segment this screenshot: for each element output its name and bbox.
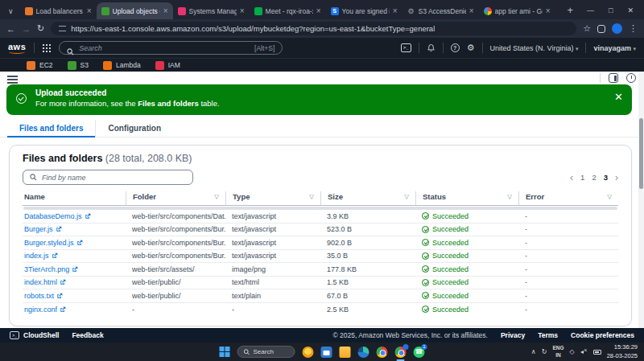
start-button[interactable]	[220, 347, 230, 357]
tab-close-icon[interactable]: ×	[240, 6, 245, 15]
favorite-service-ec2[interactable]: EC2	[27, 61, 53, 70]
file-explorer-icon[interactable]	[340, 347, 351, 358]
reload-icon[interactable]: ↻	[37, 23, 44, 34]
col-folder[interactable]: Folder▽	[126, 191, 225, 205]
tab-search-chevron-icon[interactable]: ∨	[5, 7, 20, 19]
page-scrollbar[interactable]	[638, 72, 644, 328]
url-bar[interactable]: https://us-east-1.console.aws.amazon.com…	[51, 22, 576, 35]
file-name-link[interactable]: index.html	[23, 278, 126, 286]
tab-configuration[interactable]: Configuration	[95, 120, 173, 137]
tab-label: Systems Manager | u	[189, 7, 237, 15]
footer-link-terms[interactable]: Terms	[538, 331, 558, 339]
tab-files-and-folders[interactable]: Files and folders	[7, 120, 95, 137]
prev-page-icon[interactable]: ‹	[570, 172, 573, 183]
col-size[interactable]: Size▽	[320, 191, 415, 205]
back-icon[interactable]: ←	[6, 24, 15, 34]
page-2[interactable]: 2	[592, 173, 596, 182]
sort-icon[interactable]: ▽	[607, 193, 612, 200]
maximize-button[interactable]: □	[601, 6, 620, 19]
feedback-button[interactable]: Feedback	[72, 331, 103, 339]
close-button[interactable]: ✕	[620, 6, 641, 19]
sort-icon[interactable]: ▽	[404, 193, 409, 200]
banner-close-icon[interactable]: ✕	[614, 92, 623, 102]
browser-tab[interactable]: Systems Manager | u×	[173, 2, 250, 19]
tab-close-icon[interactable]: ×	[469, 6, 474, 15]
service-icon	[155, 61, 164, 70]
filter-input-wrap	[23, 170, 193, 185]
file-name-link[interactable]: 3TierArch.png	[23, 265, 126, 273]
sync-icon[interactable]: ↻	[542, 348, 547, 355]
help-icon[interactable]: ?	[451, 43, 460, 52]
aws-logo[interactable]: aws	[8, 42, 26, 54]
file-name-link[interactable]: index.js	[23, 252, 126, 260]
browser-menu-icon[interactable]: ⋮	[629, 23, 638, 34]
page-3-current[interactable]: 3	[604, 173, 608, 182]
browser-tab[interactable]: app tier ami - Googl×	[479, 2, 555, 19]
extensions-icon[interactable]	[597, 25, 605, 33]
tab-close-icon[interactable]: ×	[546, 6, 551, 15]
sort-icon[interactable]: ▽	[214, 193, 219, 200]
forward-icon[interactable]: →	[22, 24, 31, 34]
microsoft-store-icon[interactable]	[321, 347, 332, 358]
console-search-input[interactable]: Search [Alt+S]	[59, 41, 283, 55]
services-grid-icon[interactable]	[43, 44, 51, 52]
settings-gear-icon[interactable]: ⚙	[467, 43, 475, 52]
browser-tab[interactable]: Upload objects - S3 |×	[97, 2, 173, 19]
notifications-bell-icon[interactable]	[427, 43, 436, 52]
favorite-service-lambda[interactable]: Lambda	[103, 61, 141, 70]
footer-link-cookie-preferences[interactable]: Cookie preferences	[571, 331, 634, 339]
col-status[interactable]: Status▽	[415, 191, 518, 205]
split-panel-icon[interactable]	[609, 73, 618, 83]
tab-close-icon[interactable]: ×	[393, 6, 398, 15]
favorite-service-iam[interactable]: IAM	[155, 61, 180, 70]
browser-tab[interactable]: You are signed in as×	[326, 2, 402, 19]
network-icon[interactable]: ◇	[569, 348, 574, 355]
browser-profile-avatar[interactable]	[612, 23, 622, 34]
bookmark-star-icon[interactable]: ☆	[583, 23, 591, 34]
col-error[interactable]: Error▽	[518, 191, 618, 205]
site-info-icon[interactable]	[59, 26, 66, 31]
side-nav-toggle-icon[interactable]	[7, 76, 18, 77]
next-page-icon[interactable]: ›	[615, 172, 618, 183]
chrome-icon[interactable]	[377, 347, 388, 358]
browser-tab[interactable]: S3 AccessDenied Re×	[402, 2, 479, 19]
sort-icon[interactable]: ▽	[507, 193, 512, 200]
cloudshell-footer-button[interactable]: >_CloudShell	[10, 331, 59, 339]
clock[interactable]: 15:36:2928-03-2025	[607, 343, 638, 359]
battery-icon[interactable]	[593, 350, 601, 355]
browser-tab[interactable]: Meet - rqx-iroa-xkk×	[250, 2, 326, 19]
cloudshell-icon[interactable]: >_	[401, 43, 411, 52]
tab-close-icon[interactable]: ×	[316, 6, 321, 15]
chrome-active-icon[interactable]	[395, 347, 407, 358]
file-name-link[interactable]: DatabaseDemo.js	[23, 212, 126, 220]
scrollbar-thumb[interactable]	[639, 118, 643, 189]
tab-close-icon[interactable]: ×	[163, 6, 168, 15]
footer-link-privacy[interactable]: Privacy	[501, 331, 525, 339]
minimize-button[interactable]: —	[580, 6, 601, 19]
volume-muted-icon[interactable]	[580, 349, 588, 355]
account-menu[interactable]: vinayagam ▾	[593, 44, 636, 52]
page-1[interactable]: 1	[580, 173, 584, 182]
col-name[interactable]: Name	[23, 191, 126, 205]
region-selector[interactable]: United States (N. Virginia) ▾	[490, 44, 579, 52]
file-name-link[interactable]: robots.txt	[23, 292, 126, 300]
tab-close-icon[interactable]: ×	[87, 6, 92, 15]
tray-expand-icon[interactable]: ∧	[531, 348, 536, 355]
file-name-link[interactable]: Burger.js	[23, 225, 126, 233]
taskbar-search[interactable]: Search	[237, 346, 295, 358]
table-horizontal-scrollbar[interactable]	[23, 206, 618, 210]
favorite-service-s3[interactable]: S3	[68, 61, 89, 70]
file-name-link[interactable]: Burger.styled.js	[23, 239, 126, 247]
filter-input[interactable]	[42, 174, 186, 182]
browser-tab[interactable]: Load balancers | EC2×	[20, 2, 97, 19]
col-type[interactable]: Type▽	[225, 191, 320, 205]
language-indicator[interactable]: ENGIN	[552, 345, 564, 358]
external-link-icon	[60, 279, 66, 285]
new-tab-button[interactable]: +	[560, 4, 580, 19]
rewards-icon[interactable]	[303, 347, 314, 358]
edge-icon[interactable]	[358, 347, 369, 358]
file-name-link[interactable]: nginx.conf	[23, 306, 126, 314]
history-icon[interactable]	[626, 73, 636, 83]
whatsapp-icon[interactable]: ☎1	[414, 347, 425, 358]
sort-icon[interactable]: ▽	[309, 193, 314, 200]
